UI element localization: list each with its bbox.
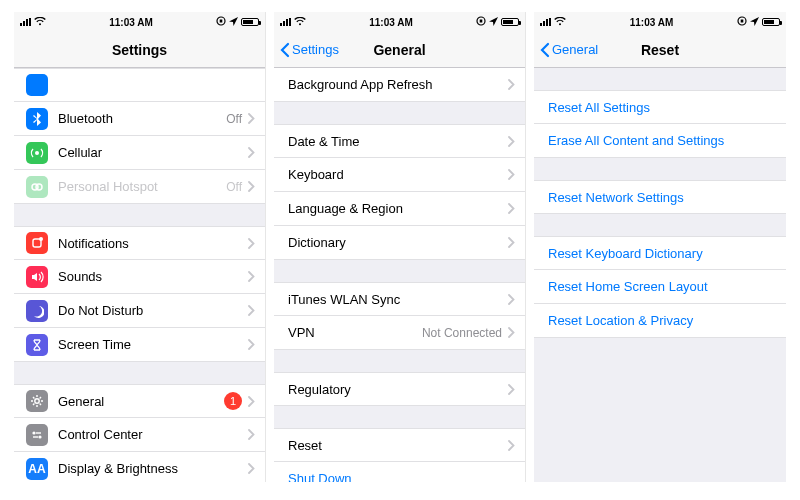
chevron-right-icon — [248, 238, 255, 249]
row-value: Off — [226, 112, 242, 126]
row-reset-keyboard-dictionary[interactable]: Reset Keyboard Dictionary — [534, 236, 786, 270]
row-general[interactable]: General 1 — [14, 384, 265, 418]
row-label: Notifications — [58, 236, 248, 251]
orientation-lock-icon — [216, 16, 226, 28]
row-label: Screen Time — [58, 337, 248, 352]
screen-settings: 11:03 AM Settings Bluetooth Off Cellular — [14, 12, 266, 482]
chevron-left-icon — [280, 42, 290, 58]
moon-icon — [26, 300, 48, 322]
chevron-right-icon — [248, 463, 255, 474]
row-date-time[interactable]: Date & Time — [274, 124, 525, 158]
location-icon — [750, 17, 759, 28]
wifi-icon — [294, 17, 306, 28]
svg-rect-14 — [480, 20, 483, 23]
row-reset-home-screen-layout[interactable]: Reset Home Screen Layout — [534, 270, 786, 304]
back-label: Settings — [292, 42, 339, 57]
screen-general: 11:03 AM Settings General Background App… — [274, 12, 526, 482]
svg-point-6 — [39, 237, 43, 241]
battery-icon — [762, 18, 780, 26]
row-keyboard[interactable]: Keyboard — [274, 158, 525, 192]
row-label: Do Not Disturb — [58, 303, 248, 318]
row-label: Regulatory — [288, 382, 508, 397]
row-value: Not Connected — [422, 326, 502, 340]
row-notifications[interactable]: Notifications — [14, 226, 265, 260]
row-reset-network-settings[interactable]: Reset Network Settings — [534, 180, 786, 214]
row-label: Shut Down — [288, 471, 515, 482]
page-title: Settings — [14, 42, 265, 58]
nav-header: General Reset — [534, 32, 786, 68]
chevron-right-icon — [508, 440, 515, 451]
signal-icon — [20, 18, 31, 26]
row-bluetooth[interactable]: Bluetooth Off — [14, 102, 265, 136]
row-itunes-wlan-sync[interactable]: iTunes WLAN Sync — [274, 282, 525, 316]
gear-icon — [26, 390, 48, 412]
svg-rect-1 — [220, 20, 223, 23]
chevron-right-icon — [248, 339, 255, 350]
chevron-right-icon — [248, 429, 255, 440]
chevron-right-icon — [248, 147, 255, 158]
row-label: Language & Region — [288, 201, 508, 216]
wifi-icon — [554, 17, 566, 28]
bluetooth-icon — [26, 108, 48, 130]
battery-icon — [501, 18, 519, 26]
row-reset-all-settings[interactable]: Reset All Settings — [534, 90, 786, 124]
svg-point-9 — [38, 435, 41, 438]
status-time: 11:03 AM — [630, 17, 674, 28]
row-unknown-top[interactable] — [14, 68, 265, 102]
row-do-not-disturb[interactable]: Do Not Disturb — [14, 294, 265, 328]
row-label: Reset — [288, 438, 508, 453]
row-language-region[interactable]: Language & Region — [274, 192, 525, 226]
row-label: Reset Location & Privacy — [548, 313, 776, 328]
switches-icon — [26, 424, 48, 446]
row-control-center[interactable]: Control Center — [14, 418, 265, 452]
row-display-brightness[interactable]: AA Display & Brightness — [14, 452, 265, 482]
back-button[interactable]: General — [540, 42, 598, 58]
row-label: Erase All Content and Settings — [548, 133, 776, 148]
row-value: Off — [226, 180, 242, 194]
row-sounds[interactable]: Sounds — [14, 260, 265, 294]
chevron-right-icon — [248, 113, 255, 124]
row-regulatory[interactable]: Regulatory — [274, 372, 525, 406]
row-dictionary[interactable]: Dictionary — [274, 226, 525, 260]
row-cellular[interactable]: Cellular — [14, 136, 265, 170]
row-screen-time[interactable]: Screen Time — [14, 328, 265, 362]
svg-point-7 — [35, 399, 39, 403]
row-shut-down[interactable]: Shut Down — [274, 462, 525, 482]
screen-reset: 11:03 AM General Reset Reset All Setting… — [534, 12, 786, 482]
row-label: Reset Home Screen Layout — [548, 279, 776, 294]
row-erase-all-content[interactable]: Erase All Content and Settings — [534, 124, 786, 158]
chevron-left-icon — [540, 42, 550, 58]
notification-badge: 1 — [224, 392, 242, 410]
chevron-right-icon — [248, 305, 255, 316]
row-label: Date & Time — [288, 134, 508, 149]
row-background-app-refresh[interactable]: Background App Refresh — [274, 68, 525, 102]
back-button[interactable]: Settings — [280, 42, 339, 58]
row-label: Personal Hotspot — [58, 179, 226, 194]
row-label: Control Center — [58, 427, 248, 442]
location-icon — [489, 17, 498, 28]
chevron-right-icon — [508, 237, 515, 248]
cellular-icon — [26, 142, 48, 164]
status-time: 11:03 AM — [109, 17, 153, 28]
row-reset[interactable]: Reset — [274, 428, 525, 462]
notifications-icon — [26, 232, 48, 254]
row-label: Keyboard — [288, 167, 508, 182]
chevron-right-icon — [508, 384, 515, 395]
signal-icon — [280, 18, 291, 26]
svg-rect-16 — [741, 20, 744, 23]
row-label: iTunes WLAN Sync — [288, 292, 508, 307]
sounds-icon — [26, 266, 48, 288]
row-label: Bluetooth — [58, 111, 226, 126]
nav-header: Settings — [14, 32, 265, 68]
row-personal-hotspot[interactable]: Personal Hotspot Off — [14, 170, 265, 204]
row-label: Cellular — [58, 145, 248, 160]
row-label: Sounds — [58, 269, 248, 284]
row-reset-location-privacy[interactable]: Reset Location & Privacy — [534, 304, 786, 338]
nav-header: Settings General — [274, 32, 525, 68]
chevron-right-icon — [508, 327, 515, 338]
orientation-lock-icon — [737, 16, 747, 28]
row-label: Reset Keyboard Dictionary — [548, 246, 776, 261]
row-label: General — [58, 394, 224, 409]
status-bar: 11:03 AM — [274, 12, 525, 32]
row-vpn[interactable]: VPN Not Connected — [274, 316, 525, 350]
